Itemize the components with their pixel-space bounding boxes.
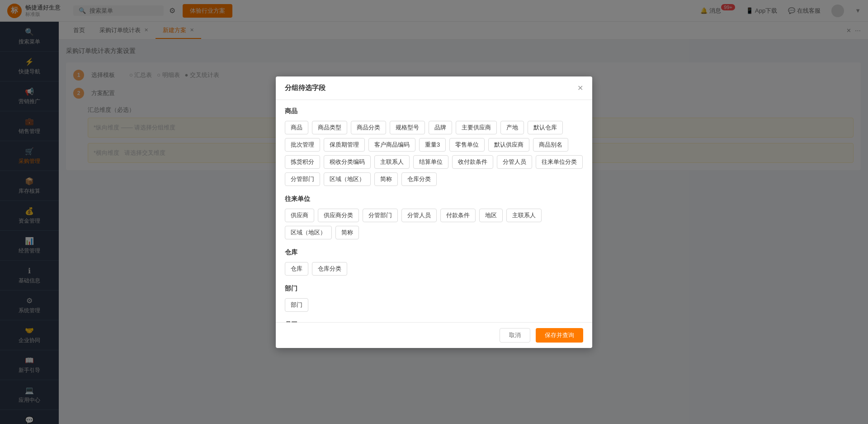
field-tag-0-4[interactable]: 品牌: [429, 121, 452, 134]
field-section-3: 部门部门: [285, 285, 583, 312]
section-title-0: 商品: [285, 107, 583, 115]
field-tag-0-13[interactable]: 默认供应商: [488, 138, 529, 152]
field-tag-0-22[interactable]: 分管部门: [285, 172, 320, 186]
field-tag-0-11[interactable]: 重量3: [419, 138, 446, 152]
field-tag-0-9[interactable]: 保质期管理: [324, 138, 365, 152]
field-tag-0-0[interactable]: 商品: [285, 121, 308, 134]
field-tag-0-15[interactable]: 拣货积分: [285, 155, 320, 169]
field-tag-0-8[interactable]: 批次管理: [285, 138, 320, 152]
modal-title: 分组待选字段: [285, 84, 326, 92]
field-tag-0-17[interactable]: 主联系人: [374, 155, 410, 169]
field-tag-1-3[interactable]: 分管人员: [401, 209, 437, 222]
field-tags-1: 供应商供应商分类分管部门分管人员付款条件地区主联系人区域（地区）简称: [285, 209, 583, 239]
field-tag-0-2[interactable]: 商品分类: [351, 121, 386, 134]
field-tag-0-1[interactable]: 商品类型: [312, 121, 347, 134]
field-tag-0-20[interactable]: 分管人员: [497, 155, 532, 169]
field-tag-0-23[interactable]: 区域（地区）: [324, 172, 371, 186]
field-tag-2-0[interactable]: 仓库: [285, 262, 308, 276]
field-section-1: 往来单位供应商供应商分类分管部门分管人员付款条件地区主联系人区域（地区）简称: [285, 195, 583, 239]
field-tag-1-4[interactable]: 付款条件: [440, 209, 476, 222]
modal-footer: 取消 保存并查询: [276, 322, 592, 348]
field-tag-0-12[interactable]: 零售单位: [449, 138, 485, 152]
field-tag-1-7[interactable]: 区域（地区）: [285, 226, 332, 239]
cancel-button[interactable]: 取消: [500, 328, 530, 343]
modal-overlay: 分组待选字段 ✕ 商品商品商品类型商品分类规格型号品牌主要供应商产地默认仓库批次…: [0, 0, 868, 424]
field-tag-1-2[interactable]: 分管部门: [363, 209, 398, 222]
field-tag-1-8[interactable]: 简称: [335, 226, 359, 239]
save-button[interactable]: 保存并查询: [536, 328, 583, 343]
field-tag-0-21[interactable]: 往来单位分类: [536, 155, 583, 169]
section-title-2: 仓库: [285, 248, 583, 257]
field-tag-1-5[interactable]: 地区: [479, 209, 503, 222]
field-tag-0-24[interactable]: 简称: [374, 172, 398, 186]
field-tag-0-16[interactable]: 税收分类编码: [324, 155, 371, 169]
field-tag-0-14[interactable]: 商品别名: [533, 138, 568, 152]
field-tag-0-6[interactable]: 产地: [500, 121, 524, 134]
section-title-3: 部门: [285, 285, 583, 293]
field-tag-0-3[interactable]: 规格型号: [390, 121, 425, 134]
field-tag-0-25[interactable]: 仓库分类: [401, 172, 437, 186]
modal-body: 商品商品商品类型商品分类规格型号品牌主要供应商产地默认仓库批次管理保质期管理客户…: [276, 100, 592, 322]
field-tags-2: 仓库仓库分类: [285, 262, 583, 276]
modal-close-button[interactable]: ✕: [577, 84, 583, 92]
field-tag-0-5[interactable]: 主要供应商: [456, 121, 497, 134]
field-tag-1-1[interactable]: 供应商分类: [318, 209, 359, 222]
field-tags-3: 部门: [285, 298, 583, 312]
field-tag-1-6[interactable]: 主联系人: [506, 209, 542, 222]
field-tag-1-0[interactable]: 供应商: [285, 209, 314, 222]
field-tag-0-19[interactable]: 收付款条件: [452, 155, 493, 169]
section-title-1: 往来单位: [285, 195, 583, 203]
field-tag-0-10[interactable]: 客户商品编码: [368, 138, 415, 152]
modal-dialog: 分组待选字段 ✕ 商品商品商品类型商品分类规格型号品牌主要供应商产地默认仓库批次…: [276, 76, 592, 348]
field-section-0: 商品商品商品类型商品分类规格型号品牌主要供应商产地默认仓库批次管理保质期管理客户…: [285, 107, 583, 186]
modal-header: 分组待选字段 ✕: [276, 76, 592, 100]
field-tags-0: 商品商品类型商品分类规格型号品牌主要供应商产地默认仓库批次管理保质期管理客户商品…: [285, 121, 583, 186]
field-tag-0-18[interactable]: 结算单位: [413, 155, 448, 169]
field-tag-2-1[interactable]: 仓库分类: [312, 262, 347, 276]
field-section-2: 仓库仓库仓库分类: [285, 248, 583, 276]
field-tag-0-7[interactable]: 默认仓库: [528, 121, 563, 134]
field-tag-3-0[interactable]: 部门: [285, 298, 308, 312]
